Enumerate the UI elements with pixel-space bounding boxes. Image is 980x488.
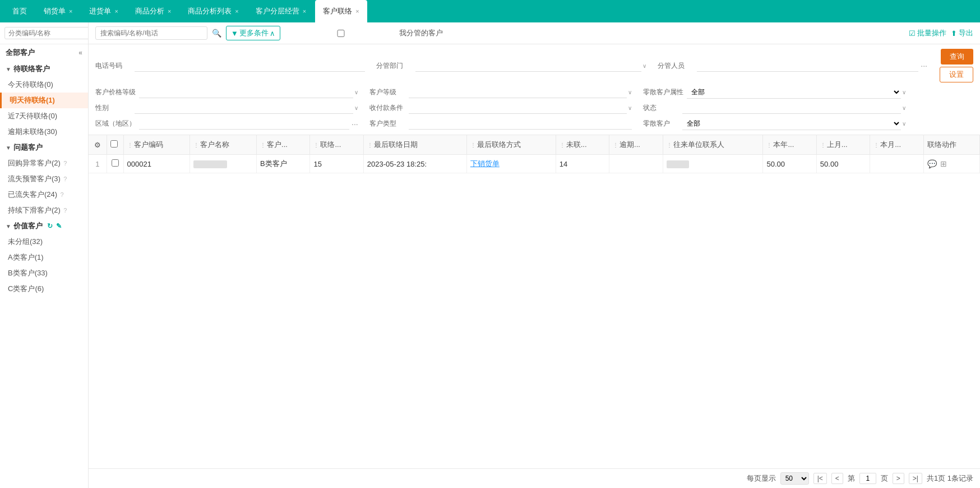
close-sales-order-icon[interactable]: × — [69, 8, 72, 15]
first-page-button[interactable]: |< — [813, 473, 827, 484]
dept-input[interactable] — [415, 60, 641, 72]
row-checkbox-0[interactable] — [112, 159, 119, 167]
page-of-label: 页 — [881, 473, 888, 484]
sidebar-item-ungrouped[interactable]: 未分组(32) — [0, 234, 88, 250]
gender-label: 性别 — [95, 103, 135, 113]
page-number-input[interactable] — [859, 473, 876, 484]
th-settings[interactable]: ⚙ — [89, 135, 107, 155]
filter-row-4: 区域（地区） ··· 客户类型 零散客户 全部 ∨ — [95, 117, 973, 130]
price-level-dropdown-icon: ∨ — [354, 89, 358, 95]
value-refresh-icon[interactable]: ↻ — [47, 222, 53, 230]
collapse-icon: « — [78, 49, 82, 57]
region-input[interactable] — [139, 118, 349, 130]
customer-level-input[interactable] — [409, 86, 627, 98]
sidebar-item-already-lost[interactable]: 已流失客户(24) ? — [0, 187, 88, 202]
sidebar-item-overdue[interactable]: 逾期未联络(30) — [0, 124, 88, 140]
set-button[interactable]: 设置 — [940, 67, 973, 82]
customer-level-label: 客户等级 — [369, 88, 409, 97]
search-input[interactable] — [95, 26, 207, 40]
th-this-year: ⋮本年... — [763, 135, 816, 155]
prev-page-button[interactable]: < — [831, 473, 843, 484]
filter-phone: 电话号码 — [95, 60, 365, 72]
search-button[interactable]: 🔍 — [212, 29, 221, 38]
gender-dropdown-icon: ∨ — [354, 105, 358, 111]
dept-dropdown-icon: ∨ — [642, 63, 646, 69]
filter-customer-level: 客户等级 ∨ — [369, 86, 632, 98]
close-customer-segmentation-icon[interactable]: × — [303, 8, 306, 15]
nav-product-analysis-list[interactable]: 商品分析列表 × — [180, 0, 246, 22]
problem-section-title: ▼ 问题客户 — [0, 140, 88, 155]
person-more-icon[interactable]: ··· — [921, 61, 927, 70]
region-more-icon[interactable]: ··· — [352, 119, 358, 128]
phone-input[interactable] — [135, 60, 365, 72]
phone-label: 电话号码 — [95, 61, 135, 71]
nav-customer-segmentation[interactable]: 客户分层经营 × — [248, 0, 314, 22]
cell-last-month: 50.00 — [816, 155, 870, 173]
cell-name — [190, 155, 257, 173]
repeated-help-icon: ? — [63, 160, 67, 167]
sidebar-search-input[interactable] — [4, 27, 89, 39]
payment-dropdown-icon: ∨ — [628, 105, 632, 111]
cell-unit-contact — [663, 155, 763, 173]
more-filter-button[interactable]: ▼ 更多条件 ∧ — [226, 26, 280, 40]
sidebar-item-tomorrow[interactable]: 明天待联络(1) — [0, 93, 88, 108]
cell-customer-type: B类客户 — [257, 155, 310, 173]
top-navigation: 首页 销货单 × 进货单 × 商品分析 × 商品分析列表 × 客户分层经营 × … — [0, 0, 980, 22]
close-product-analysis-icon[interactable]: × — [168, 8, 171, 15]
th-last-month: ⋮上月... — [816, 135, 870, 155]
person-label: 分管人员 — [658, 61, 697, 71]
sidebar-item-today[interactable]: 今天待联络(0) — [0, 77, 88, 93]
last-contact-method-link[interactable]: 下销货单 — [470, 159, 500, 168]
filter-retail-attr: 零散客户属性 全部 ∨ — [643, 86, 906, 99]
retail-customer-label: 零散客户 — [643, 119, 682, 128]
main-layout: 🔍 全部客户 « ▼ 待联络客户 今天待联络(0) 明天待联络(1) 近7天待联… — [0, 22, 980, 488]
total-records-label: 共1页 1条记录 — [927, 473, 973, 484]
status-input[interactable] — [682, 102, 901, 114]
pending-arrow-icon: ▼ — [6, 66, 11, 72]
sidebar-item-b-class[interactable]: B类客户(33) — [0, 265, 88, 281]
close-customer-contact-icon[interactable]: × — [355, 8, 359, 15]
sidebar-item-c-class[interactable]: C类客户(6) — [0, 281, 88, 297]
batch-op-button[interactable]: ☑ 批量操作 — [909, 28, 946, 38]
filter-person: 分管人员 ··· — [658, 60, 927, 72]
person-input[interactable] — [697, 60, 919, 72]
action-chat-icon[interactable]: 💬 — [927, 159, 937, 168]
value-edit-icon[interactable]: ✎ — [56, 222, 62, 230]
nav-purchase-order[interactable]: 进货单 × — [81, 0, 126, 22]
query-button[interactable]: 查询 — [941, 49, 973, 65]
sidebar-item-declining[interactable]: 持续下滑客户(2) ? — [0, 202, 88, 218]
page-size-select[interactable]: 50 20 100 200 — [780, 472, 809, 485]
customer-level-dropdown-icon: ∨ — [628, 89, 632, 95]
sidebar-item-lost-warning[interactable]: 流失预警客户(3) ? — [0, 171, 88, 187]
retail-customer-select[interactable]: 全部 — [682, 117, 901, 130]
sidebar-item-week[interactable]: 近7天待联络(0) — [0, 108, 88, 124]
next-page-button[interactable]: > — [893, 473, 904, 484]
select-all-checkbox[interactable] — [110, 140, 118, 148]
gender-input[interactable] — [135, 102, 353, 114]
retail-attr-select[interactable]: 全部 — [687, 86, 901, 99]
payment-label: 收付款条件 — [369, 103, 409, 113]
price-level-input[interactable] — [139, 86, 353, 98]
nav-customer-contact[interactable]: 客户联络 × — [315, 0, 367, 22]
declining-help-icon: ? — [63, 207, 67, 214]
export-button[interactable]: ⬆ 导出 — [951, 28, 973, 38]
close-purchase-order-icon[interactable]: × — [114, 8, 118, 15]
payment-input[interactable] — [409, 102, 627, 114]
nav-sales-order[interactable]: 销货单 × — [36, 0, 80, 22]
all-customers-section[interactable]: 全部客户 « — [0, 44, 88, 61]
close-product-analysis-list-icon[interactable]: × — [235, 8, 238, 15]
nav-product-analysis[interactable]: 商品分析 × — [127, 0, 179, 22]
customer-type-label: 客户类型 — [369, 119, 409, 128]
th-this-month: ⋮本月... — [870, 135, 923, 155]
page-size-label: 每页显示 — [747, 473, 776, 484]
nav-home[interactable]: 首页 — [4, 0, 35, 22]
my-customers-checkbox[interactable] — [285, 30, 397, 37]
sidebar-item-repeated[interactable]: 回购异常客户(2) ? — [0, 155, 88, 171]
filter-price-level: 客户价格等级 ∨ — [95, 86, 358, 98]
value-arrow-icon: ▼ — [6, 223, 11, 229]
customer-type-input[interactable] — [409, 118, 632, 130]
action-grid-icon[interactable]: ⊞ — [940, 159, 947, 168]
last-page-button[interactable]: >| — [909, 473, 922, 484]
sidebar-item-a-class[interactable]: A类客户(1) — [0, 250, 88, 265]
th-action: 联络动作 — [923, 135, 979, 155]
